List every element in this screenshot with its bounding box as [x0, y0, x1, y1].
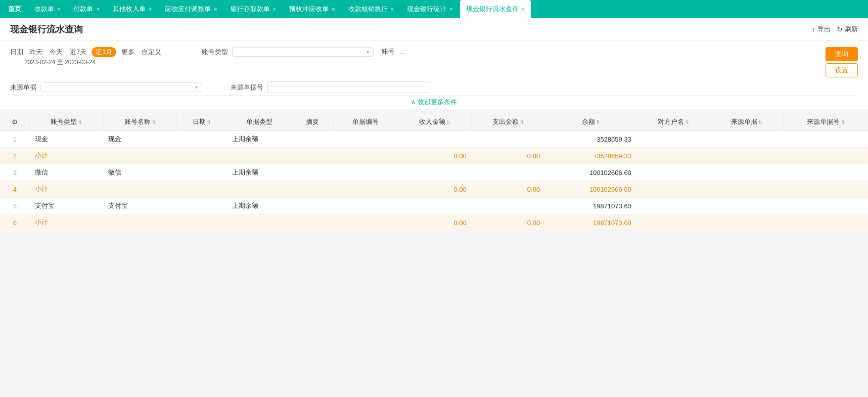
income-cell: [398, 164, 471, 181]
column-header-income[interactable]: 收入金额⇅: [398, 113, 471, 131]
tab-close-icon[interactable]: ×: [449, 6, 452, 12]
date-option-yesterday[interactable]: 昨天: [27, 47, 44, 57]
doc-no-cell: [334, 148, 398, 164]
balance-cell: 19871073.60: [545, 214, 636, 231]
row-number: 4: [0, 181, 30, 198]
export-icon: ↑: [812, 25, 815, 33]
column-header-source_doc[interactable]: 来源单据⇅: [710, 113, 783, 131]
date-filter-label: 日期: [10, 48, 23, 57]
source-doc-select[interactable]: ▾: [40, 82, 202, 92]
income-cell: 0.00: [398, 214, 471, 231]
expense-cell: [472, 164, 545, 181]
account-type-cell: 现金: [30, 131, 103, 148]
column-header-counterpart[interactable]: 对方户名⇅: [636, 113, 710, 131]
source-doc-num-input[interactable]: [267, 81, 429, 93]
date-cell: [176, 214, 227, 231]
column-header-account_name[interactable]: 账号名称⇅: [103, 113, 176, 131]
column-header-date[interactable]: 日期⇅: [176, 113, 227, 131]
gear-icon[interactable]: ⚙: [12, 118, 18, 126]
column-header-summary: 摘要: [292, 113, 333, 131]
nav-home[interactable]: 首页: [2, 0, 27, 18]
column-header-account_type[interactable]: 账号类型⇅: [30, 113, 103, 131]
page-title: 现金银行流水查询: [10, 23, 83, 35]
query-button[interactable]: 查询: [826, 47, 858, 61]
export-button[interactable]: ↑ 导出: [812, 25, 831, 34]
nav-tab[interactable]: 收款单×: [28, 0, 66, 18]
nav-tab[interactable]: 预收冲应收单×: [283, 0, 341, 18]
account-name-cell: [103, 148, 176, 164]
tab-close-icon[interactable]: ×: [149, 6, 152, 12]
nav-tab[interactable]: 银行存取款单×: [224, 0, 282, 18]
summary-cell: [292, 131, 333, 148]
doc-no-cell: [334, 164, 398, 181]
sort-icon: ⇅: [596, 119, 600, 125]
date-option-more[interactable]: 更多: [119, 47, 136, 57]
tab-close-icon[interactable]: ×: [391, 6, 394, 12]
tab-close-icon[interactable]: ×: [96, 6, 99, 12]
doc-type-cell: [227, 181, 292, 198]
account-type-cell: 小计: [30, 181, 103, 198]
tab-close-icon[interactable]: ×: [214, 6, 217, 12]
nav-tab[interactable]: 收款核销执行×: [342, 0, 400, 18]
collapse-bar[interactable]: ∧ 收起更多条件: [10, 95, 858, 109]
refresh-button[interactable]: ↻ 刷新: [837, 25, 858, 34]
date-option-today[interactable]: 今天: [48, 47, 65, 57]
column-header-source_doc_no[interactable]: 来源单据号⇅: [784, 113, 868, 131]
tab-close-icon[interactable]: ×: [522, 6, 525, 12]
tab-close-icon[interactable]: ×: [57, 6, 60, 12]
sort-icon: ⇅: [841, 119, 845, 125]
balance-cell: -3528659.33: [545, 148, 636, 164]
date-option-7days[interactable]: 近7天: [68, 47, 88, 57]
tab-close-icon[interactable]: ×: [273, 6, 276, 12]
sort-icon: ⇅: [152, 119, 156, 125]
page-header: 现金银行流水查询 ↑ 导出 ↻ 刷新: [0, 18, 868, 41]
nav-tab[interactable]: 付款单×: [67, 0, 105, 18]
source-doc-label: 来源单据: [10, 83, 36, 92]
doc-no-cell: [334, 214, 398, 231]
doc-no-cell: [334, 198, 398, 214]
chevron-down-icon2: ▾: [195, 84, 198, 90]
nav-home-label: 首页: [8, 5, 21, 14]
row-number: 6: [0, 214, 30, 231]
column-header-gear: ⚙: [0, 113, 30, 131]
expense-cell: 0.00: [472, 148, 545, 164]
column-header-balance[interactable]: 余额⇅: [545, 113, 636, 131]
table-row: 2小计0.000.00-3528659.33: [0, 148, 868, 164]
date-cell: [176, 148, 227, 164]
date-options: 昨天 今天 近7天 近1月 更多 自定义: [27, 47, 163, 57]
account-name-cell: 支付宝: [103, 198, 176, 214]
column-header-doc_type: 单据类型: [227, 113, 292, 131]
source-doc-no-cell: [784, 181, 868, 198]
account-dots[interactable]: ...: [399, 47, 405, 56]
counterpart-cell: [636, 214, 710, 231]
sort-icon: ⇅: [758, 119, 762, 125]
doc-type-cell: 上期余额: [227, 164, 292, 181]
expense-cell: 0.00: [472, 181, 545, 198]
refresh-icon: ↻: [837, 25, 843, 33]
source-doc-cell: [710, 198, 783, 214]
date-option-custom[interactable]: 自定义: [140, 47, 163, 57]
nav-tab[interactable]: 现金银行统计×: [401, 0, 459, 18]
doc-no-cell: [334, 181, 398, 198]
table-row: 4小计0.000.00100102606.60: [0, 181, 868, 198]
source-doc-no-cell: [784, 214, 868, 231]
source-doc-no-cell: [784, 164, 868, 181]
tab-close-icon[interactable]: ×: [332, 6, 335, 12]
counterpart-cell: [636, 148, 710, 164]
setting-button[interactable]: 设置: [826, 63, 858, 77]
source-doc-cell: [710, 181, 783, 198]
summary-cell: [292, 181, 333, 198]
row-number: 1: [0, 131, 30, 148]
row-number: 5: [0, 198, 30, 214]
date-range-text: 2023-02-24 至 2023-03-24: [24, 58, 163, 67]
expense-cell: 0.00: [472, 214, 545, 231]
nav-tab[interactable]: 其他收入单×: [107, 0, 158, 18]
column-header-expense[interactable]: 支出金额⇅: [472, 113, 545, 131]
nav-tab[interactable]: 现金银行流水查询×: [460, 0, 531, 18]
date-option-1month[interactable]: 近1月: [92, 47, 116, 57]
account-type-select[interactable]: ▾: [232, 47, 374, 57]
source-doc-no-cell: [784, 148, 868, 164]
account-filter: 账号 ...: [382, 47, 405, 56]
nav-tab[interactable]: 应收应付调整单×: [159, 0, 223, 18]
account-label: 账号: [382, 47, 395, 56]
